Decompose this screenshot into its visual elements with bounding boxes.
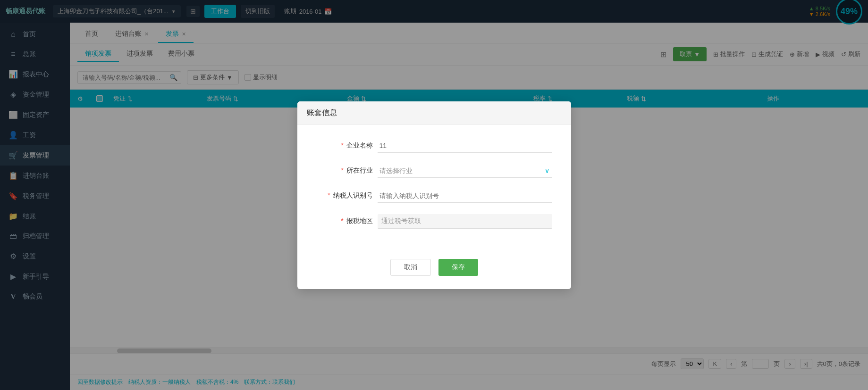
industry-select[interactable]: 请选择行业 [378, 164, 552, 177]
required-mark-industry: * [341, 166, 343, 174]
dialog-header: 账套信息 [297, 101, 571, 125]
form-row-tax-region: * 报税地区 通过税号获取 [316, 214, 552, 229]
form-row-company-name: * 企业名称 [316, 139, 552, 153]
form-label-company-name: * 企业名称 [316, 141, 378, 150]
industry-select-wrap: 请选择行业 ∨ [378, 164, 552, 178]
form-label-industry: * 所在行业 [316, 166, 378, 175]
required-mark-tax-region: * [341, 217, 343, 224]
account-info-dialog: 账套信息 * 企业名称 * 所在行业 请选择行业 [297, 101, 571, 289]
cancel-button[interactable]: 取消 [390, 259, 431, 276]
dialog-title: 账套信息 [307, 108, 337, 116]
tax-region-readonly: 通过税号获取 [378, 214, 552, 229]
form-label-tax-id: * 纳税人识别号 [316, 191, 378, 200]
form-label-tax-region: * 报税地区 [316, 217, 378, 225]
form-row-tax-id: * 纳税人识别号 [316, 189, 552, 203]
form-row-industry: * 所在行业 请选择行业 ∨ [316, 164, 552, 178]
required-mark-tax-id: * [328, 191, 330, 199]
company-name-input[interactable] [378, 139, 552, 153]
dialog-body: * 企业名称 * 所在行业 请选择行业 ∨ [297, 125, 571, 254]
required-mark-company: * [341, 141, 343, 149]
tax-id-input[interactable] [378, 189, 552, 203]
dialog-footer: 取消 保存 [297, 254, 571, 289]
dialog-overlay: 账套信息 * 企业名称 * 所在行业 请选择行业 [0, 0, 868, 390]
save-button[interactable]: 保存 [438, 259, 478, 276]
